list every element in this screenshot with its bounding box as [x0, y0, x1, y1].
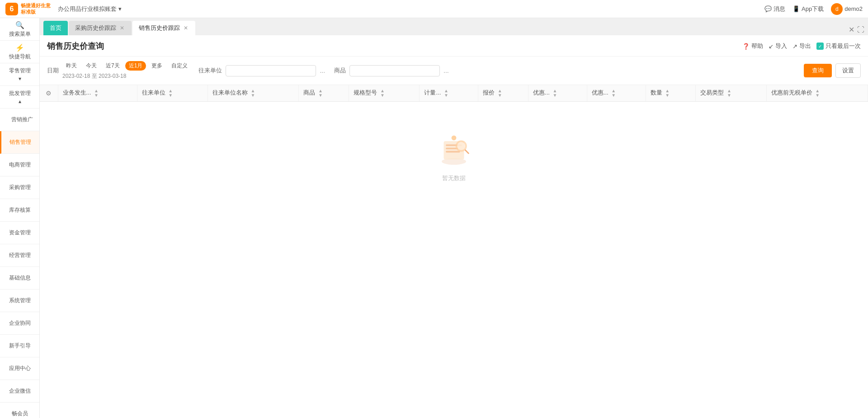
top-bar: 6 畅捷通好生意 标准版 办公用品行业模拟账套 ▾ 💬 消息 📱 App下载 d… [0, 0, 868, 18]
sidebar-item-apps[interactable]: 应用中心 [0, 357, 39, 380]
sort-arrows: ▲▼ [318, 89, 323, 98]
import-button[interactable]: ↙ 导入 [769, 42, 787, 50]
page-content: 销售历史价查询 ❓ 帮助 ↙ 导入 ↗ 导出 ✓ [40, 35, 868, 418]
sidebar-item-sales[interactable]: 销售管理 [0, 131, 39, 154]
sidebar-item-label: 应用中心 [9, 365, 31, 372]
data-table: ⚙ 业务发生... ▲▼ 往来单位 ▲▼ 往来单位名称 [40, 85, 868, 102]
svg-line-7 [465, 150, 468, 153]
unit-filter-dots[interactable]: ... [318, 67, 327, 74]
logo-area: 6 畅捷通好生意 标准版 [5, 3, 51, 15]
unit-filter-group: 往来单位 ... [198, 65, 327, 76]
col-biz-date[interactable]: 业务发生... ▲▼ [58, 85, 137, 102]
sidebar-item-vip[interactable]: 畅会员 [0, 403, 39, 418]
sidebar-item-label: 销售管理 [9, 138, 31, 146]
sidebar-item-retail[interactable]: 零售管理 ▾ [0, 63, 39, 86]
sidebar-item-purchase[interactable]: 采购管理 [0, 176, 39, 199]
date-pill-last1m[interactable]: 近1月 [125, 61, 146, 71]
col-quote[interactable]: 报价 ▲▼ [478, 85, 528, 102]
date-pill-more[interactable]: 更多 [148, 61, 166, 71]
col-unit-code[interactable]: 往来单位 ▲▼ [137, 85, 208, 102]
sort-arrows: ▲▼ [444, 89, 448, 98]
col-settings[interactable]: ⚙ [40, 85, 58, 102]
date-filter-label: 日期 [47, 66, 59, 75]
sort-arrows: ▲▼ [611, 89, 616, 98]
sidebar-item-label: 电商管理 [9, 161, 31, 169]
date-pill-custom[interactable]: 自定义 [168, 61, 191, 71]
logo-icon: 6 [5, 3, 18, 15]
settings-button[interactable]: 设置 [835, 63, 861, 78]
product-input-group: ... [349, 65, 451, 76]
sidebar-item-label: 新手引导 [9, 342, 31, 350]
filter-bar: 日期 昨天 今天 近7天 近1月 更多 自定义 2023-02-18 至 202… [40, 57, 868, 85]
sidebar-item-wechat[interactable]: 企业微信 [0, 380, 39, 403]
tab-close-purchase[interactable]: ✕ [119, 25, 125, 31]
date-filter-group: 日期 昨天 今天 近7天 近1月 更多 自定义 2023-02-18 至 202… [47, 61, 191, 80]
tab-sales-history[interactable]: 销售历史价跟踪 ✕ [132, 21, 195, 35]
col-spec[interactable]: 规格型号 ▲▼ [349, 85, 420, 102]
chevron-down-icon: ▾ [19, 76, 21, 82]
sidebar-item-shortcut[interactable]: ⚡ 快捷导航 [0, 41, 39, 63]
sort-arrows: ▲▼ [498, 89, 502, 98]
empty-illustration [434, 129, 474, 170]
page-title: 销售历史价查询 [47, 41, 104, 52]
tab-close-sales[interactable]: ✕ [183, 25, 189, 31]
sort-arrows: ▲▼ [380, 89, 385, 98]
col-unit-name[interactable]: 往来单位名称 ▲▼ [208, 85, 299, 102]
sidebar-item-label: 采购管理 [9, 184, 31, 191]
date-pill-yesterday[interactable]: 昨天 [62, 61, 80, 71]
sidebar-item-finance[interactable]: 资金管理 [0, 222, 39, 244]
gear-icon[interactable]: ⚙ [46, 90, 52, 97]
sidebar-item-label: 资金管理 [9, 229, 31, 237]
export-icon: ↗ [793, 43, 797, 50]
col-product[interactable]: 商品 ▲▼ [299, 85, 349, 102]
svg-point-8 [452, 135, 457, 140]
app-download-button[interactable]: 📱 App下载 [793, 5, 824, 13]
filter-actions: 查询 设置 [804, 63, 861, 78]
sidebar-item-label: 零售管理 [9, 67, 31, 75]
sidebar-item-inventory[interactable]: 库存核算 [0, 199, 39, 222]
tab-label: 首页 [50, 24, 61, 32]
col-discount1[interactable]: 优惠... ▲▼ [528, 85, 587, 102]
col-discount2[interactable]: 优惠... ▲▼ [587, 85, 646, 102]
chevron-up-icon: ▴ [19, 98, 21, 104]
sidebar-item-system[interactable]: 系统管理 [0, 290, 39, 312]
page-header-actions: ❓ 帮助 ↙ 导入 ↗ 导出 ✓ 只看最后一次 [742, 42, 861, 50]
sidebar-item-marketing[interactable]: 营销推广 [0, 109, 39, 131]
product-filter-dots[interactable]: ... [442, 67, 451, 74]
close-tab-action[interactable]: ✕ [849, 25, 854, 34]
product-filter-input[interactable] [349, 65, 440, 76]
app-selector[interactable]: 办公用品行业模拟账套 ▾ [54, 3, 125, 15]
sort-arrows: ▲▼ [94, 89, 99, 98]
message-button[interactable]: 💬 消息 [764, 5, 785, 13]
sidebar-item-operations[interactable]: 经营管理 [0, 244, 39, 267]
content-area: 首页 采购历史价跟踪 ✕ 销售历史价跟踪 ✕ ✕ ⛶ 销售历史价查询 [40, 18, 868, 418]
user-profile[interactable]: d demo2 [831, 3, 863, 15]
col-trade-type[interactable]: 交易类型 ▲▼ [696, 85, 766, 102]
sidebar-item-enterprise[interactable]: 企业协同 [0, 312, 39, 335]
col-quantity[interactable]: 数量 ▲▼ [646, 85, 696, 102]
maximize-tab-action[interactable]: ⛶ [857, 26, 864, 34]
top-bar-left: 6 畅捷通好生意 标准版 办公用品行业模拟账套 ▾ [5, 3, 125, 15]
date-pill-last7[interactable]: 近7天 [102, 61, 123, 71]
query-button[interactable]: 查询 [804, 64, 832, 77]
date-pill-today[interactable]: 今天 [82, 61, 100, 71]
date-range-display: 2023-02-18 至 2023-03-18 [62, 72, 191, 80]
export-button[interactable]: ↗ 导出 [793, 42, 811, 50]
tab-home[interactable]: 首页 [43, 21, 68, 35]
sidebar-item-guide[interactable]: 新手引导 [0, 335, 39, 357]
tab-purchase-history[interactable]: 采购历史价跟踪 ✕ [69, 21, 132, 35]
date-filter-col: 昨天 今天 近7天 近1月 更多 自定义 2023-02-18 至 2023-0… [62, 61, 191, 80]
col-unit-measure[interactable]: 计量... ▲▼ [420, 85, 478, 102]
unit-filter-input[interactable] [226, 65, 316, 76]
svg-rect-4 [446, 151, 460, 153]
sidebar-item-search[interactable]: 🔍 搜索菜单 [0, 18, 39, 41]
sidebar-item-wholesale[interactable]: 批发管理 ▴ [0, 86, 39, 109]
only-last-checkbox[interactable]: ✓ 只看最后一次 [816, 42, 861, 50]
help-button[interactable]: ❓ 帮助 [742, 42, 763, 50]
col-pretax-price[interactable]: 优惠前无税单价 ▲▼ [766, 85, 868, 102]
table-header: ⚙ 业务发生... ▲▼ 往来单位 ▲▼ 往来单位名称 [40, 85, 868, 102]
sidebar-item-label: 企业协同 [9, 319, 31, 327]
sidebar-item-ecommerce[interactable]: 电商管理 [0, 154, 39, 176]
sidebar-item-basic[interactable]: 基础信息 [0, 267, 39, 290]
message-icon: 💬 [764, 5, 772, 12]
